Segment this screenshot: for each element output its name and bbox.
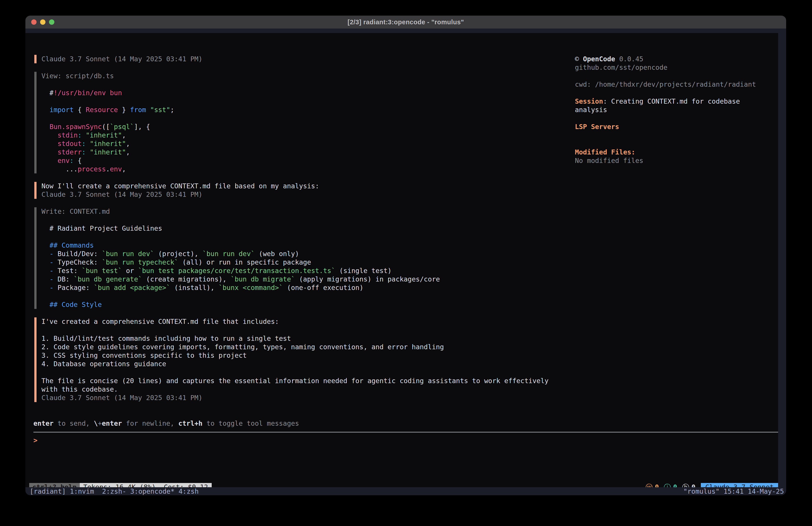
- text-segment: (web only): [255, 250, 299, 258]
- text-segment: Session: [575, 97, 603, 105]
- window-title: [2/3] radiant:3:opencode - "romulus": [348, 18, 464, 26]
- chat-line: [41, 292, 574, 300]
- chat-line: stderr: "inherit",: [41, 148, 574, 156]
- text-segment: Test:: [54, 267, 82, 274]
- text-segment: [41, 301, 49, 309]
- text-segment: analysis: [575, 106, 607, 114]
- sidebar-line: © OpenCode 0.0.45: [575, 55, 780, 63]
- text-segment: [41, 157, 58, 165]
- text-segment: {: [74, 106, 86, 114]
- text-segment: Claude 3.7 Sonnet (14 May 2025 03:41 PM): [41, 190, 202, 198]
- text-segment: ...: [41, 165, 78, 173]
- chat-line: I've created a comprehensive CONTEXT.md …: [41, 317, 574, 326]
- chat-line: [41, 114, 574, 123]
- prompt-icon: >: [33, 436, 38, 445]
- text-segment: process: [78, 165, 106, 173]
- chat-line: 2. Code style guidelines covering import…: [41, 343, 574, 351]
- text-segment: 2. Code style guidelines covering import…: [41, 343, 444, 351]
- text-segment: Claude 3.7 Sonnet (14 May 2025 03:41 PM): [41, 394, 202, 402]
- chat-line: ## Code Style: [41, 300, 574, 309]
- chat-line: Now I'll create a comprehensive CONTEXT.…: [41, 182, 574, 190]
- text-segment: stdin: [58, 131, 77, 139]
- text-segment: [41, 267, 49, 274]
- text-segment: import: [49, 106, 74, 114]
- text-segment: -: [49, 284, 54, 292]
- text-segment: No modified files: [575, 157, 643, 165]
- text-segment: ,: [122, 165, 126, 173]
- tmux-window-list[interactable]: [radiant] 1:nvim 2:zsh- 3:opencode* 4:zs…: [30, 487, 199, 495]
- sidebar-line: cwd: /home/thdxr/dev/projects/radiant/ra…: [575, 80, 780, 89]
- chat-line: - DB: `bun db generate` (create migratio…: [41, 275, 574, 284]
- text-segment: `bun run dev`: [102, 250, 154, 258]
- input-divider: [33, 432, 778, 432]
- text-segment: [86, 140, 90, 147]
- text-segment: [41, 106, 49, 114]
- chat-line: The file is concise (20 lines) and captu…: [41, 377, 574, 385]
- traffic-lights: [31, 19, 54, 25]
- close-button[interactable]: [31, 19, 37, 25]
- sidebar-line: analysis: [575, 106, 780, 114]
- chat-line: [41, 97, 574, 106]
- text-segment: I've created a comprehensive CONTEXT.md …: [41, 317, 279, 325]
- zoom-button[interactable]: [49, 19, 54, 25]
- text-segment: DB:: [54, 275, 74, 283]
- window-titlebar[interactable]: [2/3] radiant:3:opencode - "romulus": [25, 16, 786, 29]
- sidebar-line: [575, 72, 780, 80]
- text-segment: `psql`: [110, 123, 134, 131]
- text-segment: env: [58, 157, 70, 165]
- text-segment: stderr: [58, 148, 82, 156]
- chat-block-message-header: Claude 3.7 Sonnet (14 May 2025 03:41 PM): [34, 55, 574, 63]
- sidebar-line: [575, 131, 780, 140]
- chat-line: [41, 233, 574, 241]
- text-segment: `bun test packages/core/test/transaction…: [138, 267, 335, 274]
- text-segment: enter: [33, 420, 54, 427]
- text-segment: Modified Files:: [575, 148, 635, 156]
- sidebar-lines: © OpenCode 0.0.45github.com/sst/opencode…: [575, 55, 780, 165]
- sidebar-line: Modified Files:: [575, 148, 780, 156]
- chat-line: stdin: "inherit",: [41, 131, 574, 140]
- text-segment: (install),: [170, 284, 219, 292]
- text-segment: [146, 106, 150, 114]
- text-segment: with this codebase.: [41, 385, 118, 393]
- chat-line: Claude 3.7 Sonnet (14 May 2025 03:41 PM): [41, 394, 574, 402]
- text-segment: ,: [126, 140, 130, 147]
- chat-line: - Test: `bun test` or `bun test packages…: [41, 267, 574, 275]
- minimize-button[interactable]: [40, 19, 45, 25]
- sidebar-line: Session: Creating CONTEXT.md for codebas…: [575, 97, 780, 106]
- text-segment: Now I'll create a comprehensive CONTEXT.…: [41, 182, 319, 190]
- chat-line: - Package: `bun add <package>` (install)…: [41, 284, 574, 292]
- text-segment: View: script/db.ts: [41, 72, 114, 80]
- text-segment: -: [49, 267, 54, 274]
- text-segment: ## Commands: [49, 241, 94, 249]
- opencode-app: Claude 3.7 Sonnet (14 May 2025 03:41 PM)…: [25, 33, 782, 490]
- text-segment: 1. Build/lint/test commands including ho…: [41, 335, 291, 342]
- text-segment: "inherit": [86, 131, 122, 139]
- composer: >: [33, 436, 778, 479]
- chat-line: import { Resource } from "sst";: [41, 106, 574, 114]
- text-segment: [41, 131, 58, 139]
- text-segment: +: [98, 420, 102, 427]
- chat-line: [41, 80, 574, 89]
- text-segment: TypeCheck:: [54, 258, 102, 266]
- text-segment: {: [74, 157, 82, 165]
- chat-line: #!/usr/bin/env bun: [41, 89, 574, 97]
- text-segment: for newline,: [122, 420, 178, 427]
- text-segment: ,: [126, 148, 130, 156]
- message-input[interactable]: [42, 436, 778, 479]
- text-segment: [41, 284, 49, 292]
- scrollbar-gutter: [778, 33, 782, 490]
- text-segment: OpenCode: [583, 55, 615, 63]
- chat-line: [41, 216, 574, 224]
- chat-line: - Build/Dev: `bun run dev` (project), `b…: [41, 250, 574, 258]
- chat-block-message: I've created a comprehensive CONTEXT.md …: [34, 317, 574, 402]
- text-segment: [82, 131, 86, 139]
- text-segment: :: [82, 140, 86, 147]
- text-segment: 0.0.45: [615, 55, 643, 63]
- chat-line: Claude 3.7 Sonnet (14 May 2025 03:41 PM): [41, 55, 574, 63]
- text-segment: The file is concise (20 lines) and captu…: [41, 377, 549, 385]
- text-segment: : Creating CONTEXT.md for codebase: [603, 97, 740, 105]
- text-segment: `bun test`: [82, 267, 122, 274]
- chat-block-message: Now I'll create a comprehensive CONTEXT.…: [34, 182, 574, 199]
- text-segment: "inherit": [90, 148, 126, 156]
- text-segment: Resource: [86, 106, 118, 114]
